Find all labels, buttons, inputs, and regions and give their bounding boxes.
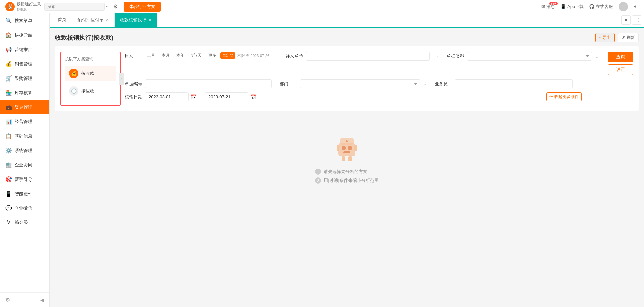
sidebar-collapse-btn[interactable]: ◀ xyxy=(40,297,44,303)
filter-option-by-receipt[interactable]: 💰 按收款 xyxy=(65,66,116,81)
sidebar-item-search-menu[interactable]: 🔍 搜索菜单 xyxy=(0,13,49,28)
dept-label: 部门 xyxy=(280,81,297,87)
date-btn-more[interactable]: 更多 xyxy=(206,52,219,59)
topbar-search-input[interactable] xyxy=(44,3,105,11)
sidebar-item-member[interactable]: V 畅会员 xyxy=(0,215,49,229)
doc-number-input[interactable] xyxy=(145,79,272,88)
staff-input[interactable] xyxy=(455,79,573,88)
export-button[interactable]: ↑ 导出 xyxy=(595,33,615,42)
message-button[interactable]: ✉ 消息 99+ xyxy=(541,4,555,10)
date-label: 日期 xyxy=(125,53,142,59)
svg-rect-2 xyxy=(348,146,352,150)
svg-rect-0 xyxy=(338,143,355,156)
clipboard-icon: 📋 xyxy=(5,133,12,139)
sidebar-item-guide[interactable]: 🎯 新手引导 xyxy=(0,172,49,187)
briefcase-icon: 💼 xyxy=(5,104,12,110)
tab-home-label: 首页 xyxy=(58,17,66,23)
query-button[interactable]: 查询 xyxy=(608,52,633,62)
gear-icon[interactable]: ⚙ xyxy=(111,2,120,11)
sidebar-item-marketing[interactable]: 📢 营销推广 xyxy=(0,42,49,57)
dept-dropdown-icon[interactable]: ⌄ xyxy=(423,81,427,86)
empty-tip-2: 2 用[过滤]条件来缩小分析范围 xyxy=(315,177,378,184)
verify-date-range: 📅 — 📅 xyxy=(145,92,256,101)
settings-bottom-icon[interactable]: ⚙ xyxy=(5,297,10,303)
user-avatar[interactable] xyxy=(619,2,628,11)
receivable-icon: 🕐 xyxy=(69,86,78,96)
sidebar-item-sales[interactable]: 💰 销售管理 xyxy=(0,57,49,71)
filter-collapse-btn[interactable]: « xyxy=(119,73,124,85)
sidebar-item-system[interactable]: ⚙️ 系统管理 xyxy=(0,143,49,158)
calendar-end-icon[interactable]: 📅 xyxy=(250,94,256,100)
sidebar-item-purchase[interactable]: 🛒 采购管理 xyxy=(0,71,49,86)
chat-icon: 💬 xyxy=(5,205,12,211)
tab-prepay[interactable]: 预付冲应付单 ✕ xyxy=(72,13,115,27)
verify-date-end-input[interactable] xyxy=(205,92,248,101)
filter-left: 按以下方案查询 💰 按收款 🕐 按应收 « xyxy=(60,52,121,106)
filter-right: 日期 上月 本月 本年 近7天 更多 自定义 不限 至 2023-07-26 xyxy=(125,52,633,106)
date-btn-this-year[interactable]: 本年 xyxy=(174,52,187,59)
app-logo: 🐰 畅捷通好生意 标准版 xyxy=(5,1,41,12)
sidebar-bottom: ⚙ ◀ xyxy=(0,292,49,307)
tip-text-2: 用[过滤]条件来缩小分析范围 xyxy=(324,177,378,184)
solution-button[interactable]: 体验行业方案 xyxy=(124,2,161,12)
sidebar-item-inventory[interactable]: 🏪 库存核算 xyxy=(0,86,49,100)
sidebar-label-enterprise: 企业协同 xyxy=(15,162,32,168)
tab-prepay-close-icon[interactable]: ✕ xyxy=(106,18,109,22)
sidebar-item-wechat[interactable]: 💬 企业微信 xyxy=(0,201,49,215)
building-icon: 🏢 xyxy=(5,162,12,168)
tab-receipt-close-icon[interactable]: ✕ xyxy=(148,18,152,22)
doc-type-select[interactable] xyxy=(467,52,592,61)
date-btn-last-month[interactable]: 上月 xyxy=(144,52,158,59)
tab-receipt[interactable]: 收款核销执行 ✕ xyxy=(115,13,157,27)
svg-rect-5 xyxy=(354,145,357,151)
chart-icon: 📊 xyxy=(5,118,12,125)
page-header: 收款核销执行(按收款) ↑ 导出 ↺ 刷新 xyxy=(55,33,639,42)
counterpart-input[interactable] xyxy=(306,52,430,61)
doc-type-dropdown-icon[interactable]: ⌄ xyxy=(595,53,600,59)
tip-text-1: 请先选择要分析的方案 xyxy=(324,169,367,175)
sidebar-label-wechat: 企业微信 xyxy=(15,205,32,211)
sidebar-item-enterprise[interactable]: 🏢 企业协同 xyxy=(0,158,49,172)
home-icon: 🏠 xyxy=(5,32,12,38)
calendar-start-icon[interactable]: 📅 xyxy=(191,94,196,100)
filter-option-by-receivable[interactable]: 🕐 按应收 xyxy=(65,84,116,98)
app-download-button[interactable]: 📱 App下载 xyxy=(560,4,584,10)
settings-button[interactable]: 设置 xyxy=(608,64,633,75)
app-subtitle: 标准版 xyxy=(17,7,41,12)
refresh-button[interactable]: ↺ 刷新 xyxy=(618,33,639,42)
chevron-down-icon[interactable]: ▾ xyxy=(106,5,108,8)
counterpart-label: 往来单位 xyxy=(286,53,303,59)
tab-home[interactable]: 首页 xyxy=(52,13,72,27)
sidebar-item-basic-info[interactable]: 📋 基础信息 xyxy=(0,129,49,143)
online-service-button[interactable]: 🎧 在线客服 xyxy=(589,4,613,10)
page-actions: ↑ 导出 ↺ 刷新 xyxy=(595,33,639,42)
export-icon: ↑ xyxy=(599,35,601,40)
custom-date-badge: 自定义 xyxy=(220,52,235,59)
empty-robot-illustration xyxy=(330,131,364,165)
sidebar-item-quick-nav[interactable]: 🏠 快捷导航 xyxy=(0,28,49,42)
sidebar: 🔍 搜索菜单 🏠 快捷导航 📢 营销推广 💰 销售管理 🛒 采购管理 🏪 库存核… xyxy=(0,13,50,307)
store-icon: 🏪 xyxy=(5,90,12,96)
staff-dots-icon[interactable]: ··· xyxy=(575,81,582,87)
verify-date-start-input[interactable] xyxy=(145,92,189,101)
staff-label: 业务员 xyxy=(435,81,452,87)
tab-close-all-btn[interactable]: ✕ xyxy=(621,15,631,25)
counterpart-dots-icon[interactable]: ··· xyxy=(432,53,439,59)
sidebar-item-finance[interactable]: 💼 资金管理 xyxy=(0,100,49,114)
sidebar-item-hardware[interactable]: 📱 智能硬件 xyxy=(0,187,49,201)
dept-select[interactable] xyxy=(300,79,420,88)
collapse-more-btn[interactable]: ^^ 收起更多条件 xyxy=(546,92,582,101)
target-icon: 🎯 xyxy=(5,176,12,183)
user-name[interactable]: Rit xyxy=(633,4,639,9)
sidebar-item-operation[interactable]: 📊 经营管理 xyxy=(0,114,49,129)
refresh-label: 刷新 xyxy=(626,35,635,41)
date-btn-this-month[interactable]: 本月 xyxy=(159,52,172,59)
filter-option-receipt-label: 按收款 xyxy=(81,70,94,76)
headset-icon: 🎧 xyxy=(589,4,594,9)
tab-maximize-btn[interactable]: ⛶ xyxy=(632,15,641,25)
search-icon: 🔍 xyxy=(5,17,12,24)
svg-rect-4 xyxy=(337,145,339,151)
app-info: 畅捷通好生意 标准版 xyxy=(17,1,41,12)
sidebar-label-basic-info: 基础信息 xyxy=(15,133,32,139)
date-btn-7days[interactable]: 近7天 xyxy=(189,52,204,59)
